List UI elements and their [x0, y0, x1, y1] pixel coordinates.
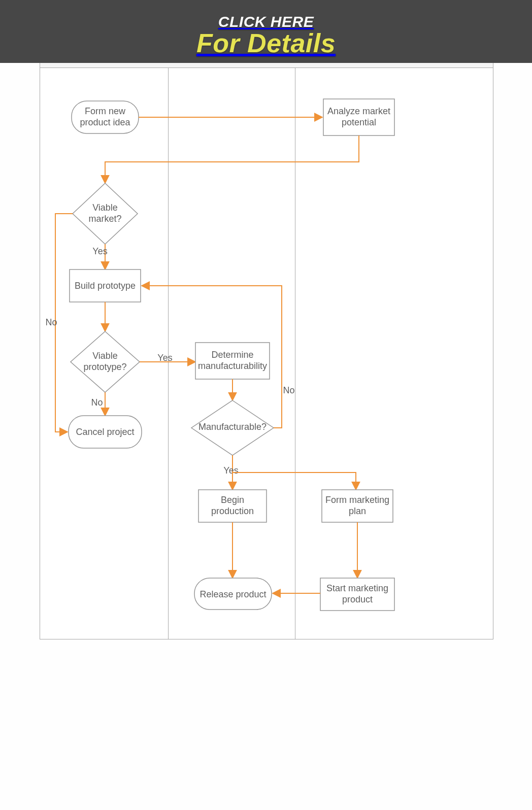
label-manufacturable-no: No [283, 385, 294, 395]
svg-text:Manufacturable?: Manufacturable? [198, 422, 267, 432]
label-viable-proto-no: No [91, 397, 103, 408]
node-determine-manufacturability: Determine manufacturability [195, 343, 270, 379]
svg-text:Form marketing: Form marketing [325, 495, 389, 505]
node-viable-market: Viable market? [73, 183, 138, 244]
svg-text:manufacturability: manufacturability [198, 361, 267, 371]
swimlane-diagram: R&D PRODUCTION MARKETING Form new produc… [40, 49, 493, 639]
svg-text:Start marketing: Start marketing [326, 583, 388, 593]
node-start-marketing-product: Start marketing product [320, 578, 394, 611]
svg-text:Form new: Form new [85, 106, 126, 116]
svg-text:potential: potential [342, 117, 376, 127]
banner-click-here: CLICK HERE [0, 14, 532, 29]
svg-text:Begin: Begin [221, 495, 244, 505]
svg-text:product idea: product idea [80, 117, 130, 127]
click-here-banner[interactable]: CLICK HERE For Details [0, 0, 532, 63]
node-form-new-product-idea: Form new product idea [72, 101, 139, 133]
svg-text:Viable: Viable [92, 351, 118, 361]
svg-text:Release product: Release product [200, 589, 266, 599]
node-analyze-market-potential: Analyze market potential [323, 99, 394, 136]
svg-text:Determine: Determine [211, 350, 253, 360]
svg-text:Analyze market: Analyze market [327, 106, 390, 116]
label-viable-proto-yes: Yes [157, 353, 172, 363]
svg-text:product: product [342, 594, 373, 604]
svg-text:production: production [211, 506, 254, 516]
edge-viable-market-no [55, 214, 73, 432]
node-manufacturable: Manufacturable? [191, 400, 274, 455]
node-build-prototype: Build prototype [70, 269, 141, 302]
svg-text:prototype?: prototype? [83, 362, 126, 372]
banner-for-details: For Details [0, 29, 532, 57]
svg-text:market?: market? [88, 214, 121, 224]
label-manufacturable-yes: Yes [223, 465, 238, 476]
svg-text:Build prototype: Build prototype [75, 281, 136, 291]
svg-text:Viable: Viable [92, 203, 118, 213]
svg-text:Cancel project: Cancel project [76, 427, 134, 437]
label-viable-market-yes: Yes [92, 246, 107, 256]
flowchart-svg: Form new product idea Analyze market pot… [40, 68, 493, 639]
node-viable-prototype: Viable prototype? [71, 331, 140, 392]
node-release-product: Release product [194, 578, 272, 610]
edge-analyze-to-viable-market [105, 136, 359, 183]
node-begin-production: Begin production [198, 490, 267, 522]
svg-text:plan: plan [349, 506, 366, 516]
node-cancel-project: Cancel project [69, 416, 142, 448]
node-form-marketing-plan: Form marketing plan [322, 490, 393, 522]
label-viable-market-no: No [45, 317, 57, 327]
edge-manufacturable-to-form-plan [232, 473, 356, 490]
